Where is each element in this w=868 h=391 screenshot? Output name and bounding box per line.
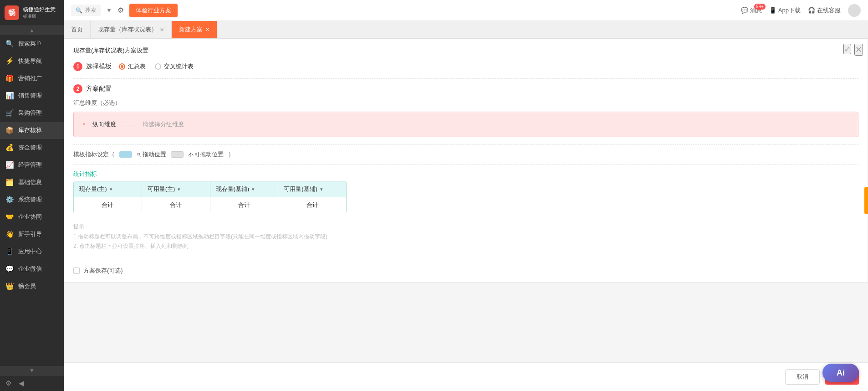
right-edge-drag-bar[interactable] <box>864 187 868 214</box>
sidebar-nav: 🔍 搜索菜单 ⚡ 快捷导航 🎁 营销推广 📊 销售管理 🛒 采购管理 📦 库存核… <box>0 35 64 366</box>
sidebar-scroll-down[interactable]: ▼ <box>0 366 64 375</box>
sidebar-item-sales[interactable]: 📊 销售管理 <box>0 87 64 104</box>
chevron-down-icon: ▾ <box>178 186 180 192</box>
radio-cross[interactable]: 交叉统计表 <box>155 62 194 71</box>
radio-summary[interactable]: 汇总表 <box>119 62 146 71</box>
sidebar: 畅 畅捷通好生意 标准版 ▲ 🔍 搜索菜单 ⚡ 快捷导航 🎁 营销推广 📊 销售… <box>0 0 64 391</box>
stats-header-row: 现存量(主) ▾ 可用量(主) ▾ 现存量(基辅) ▾ 可用量(基辅) <box>74 181 346 197</box>
settings-icon[interactable]: ⚙ <box>5 379 11 387</box>
sidebar-scroll-up[interactable]: ▲ <box>0 26 64 35</box>
headset-icon: 🎧 <box>808 7 815 14</box>
sidebar-item-business[interactable]: 📈 经营管理 <box>0 156 64 174</box>
basic-icon: 🗂️ <box>5 178 14 186</box>
sidebar-item-app-center[interactable]: 📱 应用中心 <box>0 243 64 260</box>
step1-badge: 1 <box>73 62 82 71</box>
collapse-icon[interactable]: ◀ <box>19 379 24 387</box>
stats-col2-header[interactable]: 可用量(主) ▾ <box>142 181 210 197</box>
dimension-label: 纵向维度 <box>92 120 116 129</box>
sidebar-item-marketing[interactable]: 🎁 营销推广 <box>0 70 64 87</box>
member-icon: 👑 <box>5 282 14 290</box>
template-radio-group: 汇总表 交叉统计表 <box>119 62 194 71</box>
sidebar-item-label: 快捷导航 <box>18 57 42 65</box>
radio-cross-label: 交叉统计表 <box>164 62 194 71</box>
tab-new-plan[interactable]: 新建方案 ✕ <box>172 21 217 38</box>
ai-assistant-bubble[interactable]: Ai <box>822 364 859 382</box>
online-service-item[interactable]: 🎧 在线客服 <box>808 6 841 15</box>
panel-expand-button[interactable]: ⤢ <box>843 44 851 54</box>
step1-header: 1 选择模板 汇总表 交叉统计表 <box>73 62 858 71</box>
sidebar-item-shortcut[interactable]: ⚡ 快捷导航 <box>0 52 64 70</box>
search-placeholder-text: 搜索 <box>85 6 96 14</box>
save-option-checkbox[interactable] <box>73 268 80 274</box>
stats-col4-value: 合计 <box>278 197 346 213</box>
sidebar-item-label: 系统管理 <box>18 196 42 204</box>
step2-title: 方案配置 <box>86 85 112 93</box>
topbar: 🔍 搜索 ▼ ⚙ 体验行业方案 💬 消息 99+ 📱 App下载 🎧 在线客服 <box>64 0 868 21</box>
sidebar-item-system[interactable]: ⚙️ 系统管理 <box>0 191 64 208</box>
sidebar-item-inventory[interactable]: 📦 库存核算 <box>0 122 64 139</box>
search-icon: 🔍 <box>76 7 82 14</box>
stats-table: 现存量(主) ▾ 可用量(主) ▾ 现存量(基辅) ▾ 可用量(基辅) <box>73 181 347 213</box>
tab-close-icon[interactable]: ✕ <box>160 27 164 33</box>
sidebar-item-label: 经营管理 <box>18 161 42 169</box>
sidebar-item-label: 企业微信 <box>18 265 42 273</box>
indicator-suffix: ） <box>228 150 234 159</box>
sales-icon: 📊 <box>5 92 14 100</box>
sidebar-item-guide[interactable]: 👋 新手引导 <box>0 226 64 243</box>
system-icon: ⚙️ <box>5 196 14 204</box>
stats-col4-header[interactable]: 可用量(基辅) ▾ <box>278 181 346 197</box>
wechat-icon: 💬 <box>5 265 14 273</box>
dimension-dash: —— <box>123 121 135 128</box>
sidebar-item-purchase[interactable]: 🛒 采购管理 <box>0 104 64 122</box>
guide-icon: 👋 <box>5 230 14 238</box>
sidebar-item-cooperation[interactable]: 🤝 企业协同 <box>0 208 64 226</box>
draggable-indicator-box <box>119 151 132 158</box>
industry-plan-button[interactable]: 体验行业方案 <box>129 4 178 17</box>
stats-col4-label: 可用量(基辅) <box>284 185 317 193</box>
business-icon: 📈 <box>5 161 14 169</box>
step2-header: 2 方案配置 <box>73 84 858 93</box>
cancel-button[interactable]: 取消 <box>785 369 820 385</box>
stats-col2-label: 可用量(主) <box>148 185 175 193</box>
tabs-bar: 首页 现存量（库存状况表） ✕ 新建方案 ✕ <box>64 21 868 39</box>
sidebar-item-basic[interactable]: 🗂️ 基础信息 <box>0 174 64 191</box>
divider-1 <box>73 78 858 79</box>
sidebar-item-label: 营销推广 <box>18 74 42 82</box>
sidebar-item-search[interactable]: 🔍 搜索菜单 <box>0 35 64 52</box>
save-option: 方案保存(可选) <box>73 267 858 275</box>
sidebar-item-label: 库存核算 <box>18 126 42 134</box>
tab-new-plan-close-icon[interactable]: ✕ <box>205 27 209 33</box>
stats-col1-header[interactable]: 现存量(主) ▾ <box>74 181 142 197</box>
chevron-down-icon: ▾ <box>110 186 112 192</box>
stats-col3-label: 现存量(基辅) <box>216 185 250 193</box>
panel-close-button[interactable]: ✕ <box>854 44 863 56</box>
sidebar-item-finance[interactable]: 💰 资金管理 <box>0 139 64 156</box>
logo-icon: 畅 <box>5 5 19 20</box>
tab-inventory-status[interactable]: 现存量（库存状况表） ✕ <box>91 21 172 38</box>
tab-home[interactable]: 首页 <box>64 21 91 38</box>
divider-2 <box>73 144 858 145</box>
sidebar-item-label: 企业协同 <box>18 213 42 221</box>
indicator-setting-label: 模板指标设定（ <box>73 150 115 159</box>
app-download-label: App下载 <box>778 6 801 15</box>
message-item[interactable]: 💬 消息 99+ <box>741 6 762 15</box>
cooperation-icon: 🤝 <box>5 213 14 221</box>
app-download-item[interactable]: 📱 App下载 <box>769 6 801 15</box>
topbar-gear-icon[interactable]: ⚙ <box>117 6 124 15</box>
main-area: 🔍 搜索 ▼ ⚙ 体验行业方案 💬 消息 99+ 📱 App下载 🎧 在线客服 <box>64 0 868 391</box>
sidebar-item-member[interactable]: 👑 畅会员 <box>0 278 64 295</box>
user-avatar[interactable] <box>848 4 861 17</box>
stats-col1-label: 现存量(主) <box>79 185 107 193</box>
stats-col3-header[interactable]: 现存量(基辅) ▾ <box>210 181 279 197</box>
topbar-dropdown-icon[interactable]: ▼ <box>106 7 112 14</box>
sidebar-item-label: 畅会员 <box>18 282 36 290</box>
sidebar-item-wechat[interactable]: 💬 企业微信 <box>0 260 64 278</box>
dimension-placeholder[interactable]: 请选择分组维度 <box>143 120 184 129</box>
chevron-down-icon: ▾ <box>320 186 323 192</box>
search-box[interactable]: 🔍 搜索 <box>71 5 101 16</box>
content-area: 现存量(库存状况表)方案设置 ⤢ ✕ 1 选择模板 汇总表 交叉统计表 <box>64 39 868 362</box>
tips-title: 提示： <box>73 223 90 230</box>
app-center-icon: 📱 <box>5 247 14 256</box>
divider-4 <box>73 259 858 259</box>
sidebar-item-label: 应用中心 <box>18 247 42 256</box>
